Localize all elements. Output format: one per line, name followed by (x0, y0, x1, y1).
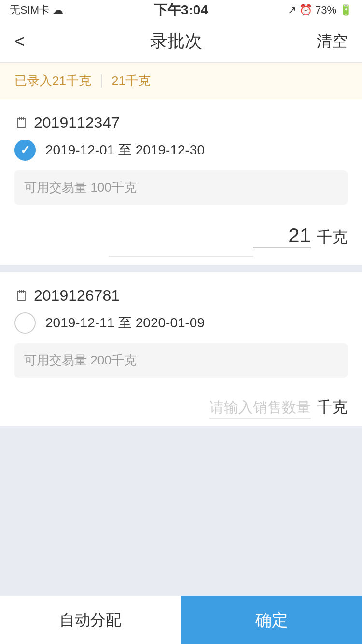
quantity-row-2: 请输入销售数量 千克 (0, 387, 362, 426)
battery-icon: 🔋 (339, 4, 352, 16)
batch-item-1: 🗒 2019112347 2019-12-01 至 2019-12-30 可用交… (0, 99, 362, 205)
battery-text: 73% (315, 4, 336, 16)
batch-id-2: 2019126781 (34, 287, 120, 305)
bottom-bar: 自动分配 确定 (0, 596, 362, 644)
availability-box-2: 可用交易量 200千克 (14, 343, 348, 378)
batch-card-1: 🗒 2019112347 2019-12-01 至 2019-12-30 可用交… (0, 99, 362, 265)
quantity-unit-1: 千克 (317, 227, 348, 248)
status-bar: 无SIM卡 ☁ 下午3:04 ↗ ⏰ 73% 🔋 (0, 0, 362, 20)
batch-card-2: 🗒 2019126781 2019-12-11 至 2020-01-09 可用交… (0, 272, 362, 426)
location-icon: ↗ (288, 4, 296, 16)
batch-row-1: 2019-12-01 至 2019-12-30 (14, 140, 348, 161)
alarm-icon: ⏰ (299, 4, 312, 16)
batch-item-2: 🗒 2019126781 2019-12-11 至 2020-01-09 可用交… (0, 272, 362, 378)
nav-bar: < 录批次 清空 (0, 20, 362, 63)
gray-spacer-1 (0, 265, 362, 272)
recorded-amount-label: 已录入21千克 (14, 72, 91, 89)
radio-1[interactable] (14, 140, 36, 161)
info-banner: 已录入21千克 21千克 (0, 63, 362, 99)
quantity-row-1: 21 千克 (0, 214, 362, 256)
auto-distribute-button[interactable]: 自动分配 (0, 596, 181, 644)
quantity-input-2[interactable]: 请输入销售数量 (209, 398, 311, 419)
batch-doc-icon-1: 🗒 (14, 115, 29, 131)
batch-date-2: 2019-12-11 至 2020-01-09 (45, 314, 205, 332)
confirm-button[interactable]: 确定 (181, 596, 362, 644)
batch-doc-icon-2: 🗒 (14, 288, 29, 304)
status-time: 下午3:04 (154, 1, 208, 19)
batch-id-1: 2019112347 (34, 114, 120, 132)
quantity-placeholder-2: 请输入销售数量 (209, 399, 311, 415)
quantity-unit-2: 千克 (317, 397, 348, 418)
batch-date-1: 2019-12-01 至 2019-12-30 (45, 141, 205, 159)
availability-box-1: 可用交易量 100千克 (14, 170, 348, 205)
radio-2[interactable] (14, 312, 36, 334)
status-right: ↗ ⏰ 73% 🔋 (288, 4, 352, 16)
empty-area (0, 426, 362, 619)
recorded-amount-value: 21千克 (111, 72, 151, 89)
quantity-value-1: 21 (288, 224, 311, 247)
batch-header-2: 🗒 2019126781 (14, 287, 348, 305)
clear-button[interactable]: 清空 (309, 31, 348, 52)
batch-row-2: 2019-12-11 至 2020-01-09 (14, 312, 348, 334)
sim-text: 无SIM卡 ☁ (10, 3, 63, 17)
status-left: 无SIM卡 ☁ (10, 3, 63, 17)
availability-text-1: 可用交易量 100千克 (24, 180, 137, 195)
availability-text-2: 可用交易量 200千克 (24, 353, 137, 367)
batch-header-1: 🗒 2019112347 (14, 114, 348, 132)
nav-title: 录批次 (43, 29, 309, 53)
divider-1 (109, 256, 253, 257)
back-button[interactable]: < (14, 31, 43, 52)
banner-divider (101, 74, 102, 88)
quantity-display-1[interactable]: 21 (253, 224, 311, 248)
